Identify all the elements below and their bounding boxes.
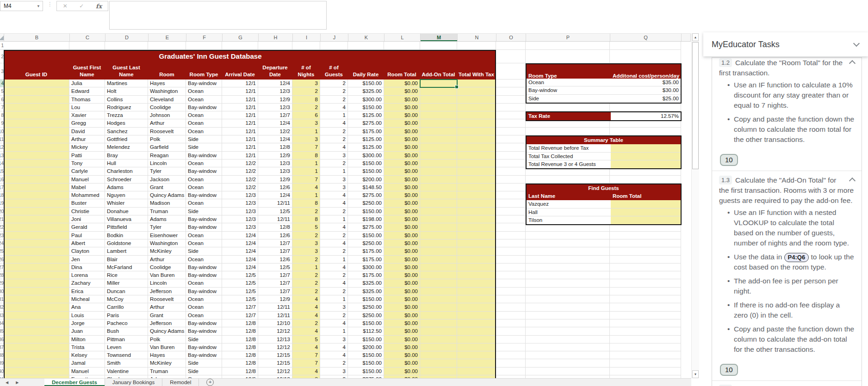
row-header-31[interactable]: 31 bbox=[0, 295, 4, 303]
cell[interactable]: $0.00 bbox=[384, 128, 420, 135]
cell[interactable] bbox=[526, 368, 610, 375]
cell[interactable] bbox=[496, 63, 526, 80]
cell[interactable]: 1 bbox=[320, 327, 348, 335]
cell[interactable]: 12/2 bbox=[222, 184, 258, 191]
cell[interactable]: Ocean bbox=[186, 128, 222, 135]
cell[interactable]: 3 bbox=[320, 152, 348, 159]
cell[interactable]: 2 bbox=[292, 87, 320, 95]
cell[interactable]: $0.00 bbox=[384, 232, 420, 239]
cell[interactable]: $0.00 bbox=[384, 215, 420, 223]
cell[interactable]: 2 bbox=[292, 256, 320, 263]
row-header-41[interactable]: 41 bbox=[0, 375, 4, 378]
cell[interactable] bbox=[496, 199, 526, 207]
sheet-tab-remodel[interactable]: Remodel bbox=[162, 379, 199, 386]
row-header-3[interactable]: 3 bbox=[0, 63, 4, 80]
cell[interactable]: Ocean bbox=[186, 87, 222, 95]
cell[interactable]: Bay-window bbox=[186, 223, 222, 231]
cell[interactable] bbox=[526, 343, 610, 351]
row-header-10[interactable]: 10 bbox=[0, 128, 4, 135]
cell[interactable]: 12/5 bbox=[222, 279, 258, 287]
cell[interactable]: Clayton bbox=[69, 247, 105, 255]
cell[interactable] bbox=[457, 87, 496, 95]
cell[interactable] bbox=[420, 104, 457, 111]
cell[interactable] bbox=[610, 351, 681, 359]
cell[interactable]: 12/12 bbox=[258, 343, 292, 351]
cell[interactable] bbox=[457, 247, 496, 255]
cell[interactable] bbox=[420, 359, 457, 367]
cell[interactable]: $0.00 bbox=[384, 199, 420, 207]
cell[interactable]: Bay-window bbox=[186, 351, 222, 359]
cell[interactable]: Bay-window bbox=[186, 104, 222, 111]
cell[interactable]: 12/7 bbox=[222, 303, 258, 311]
lookup-cost[interactable]: $25.00 bbox=[611, 95, 681, 103]
cell[interactable]: Paris bbox=[105, 312, 148, 319]
cell[interactable]: $0.00 bbox=[384, 368, 420, 375]
cell[interactable] bbox=[526, 319, 610, 327]
cell[interactable]: 2 bbox=[292, 288, 320, 295]
cell[interactable]: 12/5 bbox=[258, 263, 292, 271]
cell[interactable] bbox=[457, 128, 496, 135]
cell[interactable] bbox=[457, 223, 496, 231]
cell[interactable]: 1 bbox=[292, 191, 320, 199]
cell[interactable] bbox=[420, 239, 457, 247]
cell[interactable]: 12/1 bbox=[222, 104, 258, 111]
cell[interactable] bbox=[610, 279, 681, 287]
cell[interactable] bbox=[526, 104, 610, 111]
row-header-33[interactable]: 33 bbox=[0, 312, 4, 319]
cell[interactable] bbox=[457, 263, 496, 271]
row-header-17[interactable]: 17 bbox=[0, 184, 4, 191]
lookup-room-type[interactable]: Ocean bbox=[527, 79, 611, 86]
cell[interactable]: 1 bbox=[292, 128, 320, 135]
column-header-D[interactable]: D bbox=[105, 34, 149, 41]
cell[interactable] bbox=[496, 50, 526, 63]
cell[interactable]: Bay-window bbox=[186, 80, 222, 87]
cell[interactable]: Bay-window bbox=[186, 215, 222, 223]
cell[interactable] bbox=[420, 223, 457, 231]
cell[interactable]: $150.00 bbox=[348, 319, 384, 327]
cell[interactable]: Bay-window bbox=[186, 191, 222, 199]
cell[interactable] bbox=[526, 247, 610, 255]
cell[interactable]: $150.00 bbox=[348, 104, 384, 111]
cell[interactable]: Goldstone bbox=[105, 239, 148, 247]
cell[interactable]: 4 bbox=[320, 104, 348, 111]
row-header-24[interactable]: 24 bbox=[0, 239, 4, 247]
cell[interactable]: $250.00 bbox=[348, 303, 384, 311]
cell[interactable] bbox=[496, 232, 526, 239]
cell[interactable]: $0.00 bbox=[384, 319, 420, 327]
cell[interactable]: 12/1 bbox=[222, 96, 258, 104]
cell[interactable]: $150.00 bbox=[348, 208, 384, 215]
cell[interactable]: 12/3 bbox=[222, 223, 258, 231]
cell[interactable]: 12/6 bbox=[258, 232, 292, 239]
cell[interactable]: 12/5 bbox=[222, 295, 258, 303]
cell[interactable]: $275.00 bbox=[348, 191, 384, 199]
cell[interactable]: 1 bbox=[292, 167, 320, 175]
cell[interactable]: 4 bbox=[320, 119, 348, 127]
cell[interactable]: McKinley bbox=[148, 247, 186, 255]
cell[interactable]: Melendez bbox=[105, 143, 148, 151]
cell[interactable]: Bay-window bbox=[186, 343, 222, 351]
cell[interactable]: 7 bbox=[292, 143, 320, 151]
column-header-B[interactable]: B bbox=[4, 34, 70, 41]
cell[interactable] bbox=[457, 232, 496, 239]
cell[interactable] bbox=[222, 42, 258, 50]
cell[interactable]: $112.50 bbox=[348, 327, 384, 335]
tab-nav-right-icon[interactable]: ▶ bbox=[16, 380, 19, 385]
cell[interactable] bbox=[496, 239, 526, 247]
cell[interactable] bbox=[496, 42, 526, 50]
cell[interactable] bbox=[4, 191, 69, 199]
cell[interactable] bbox=[457, 288, 496, 295]
select-all-corner[interactable] bbox=[0, 34, 4, 41]
cell[interactable]: 12/5 bbox=[258, 208, 292, 215]
cell[interactable] bbox=[496, 223, 526, 231]
cell[interactable] bbox=[496, 295, 526, 303]
cell[interactable]: 12/8 bbox=[258, 143, 292, 151]
cell[interactable] bbox=[457, 239, 496, 247]
cell[interactable] bbox=[496, 87, 526, 95]
cell[interactable]: $0.00 bbox=[384, 104, 420, 111]
scroll-down-icon[interactable]: ▼ bbox=[692, 370, 699, 378]
cell[interactable]: Ocean bbox=[186, 96, 222, 104]
cell[interactable]: $148.50 bbox=[348, 184, 384, 191]
cell[interactable]: 2 bbox=[292, 319, 320, 327]
cell[interactable] bbox=[420, 336, 457, 343]
cell[interactable]: $150.00 bbox=[348, 159, 384, 167]
